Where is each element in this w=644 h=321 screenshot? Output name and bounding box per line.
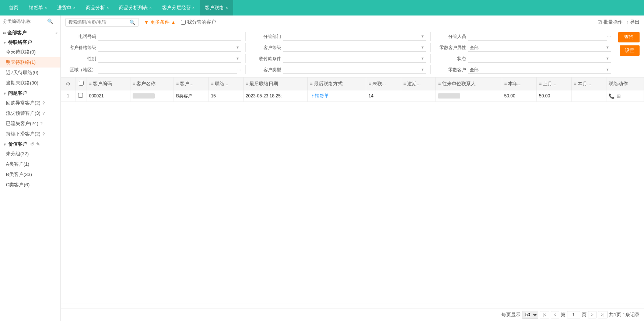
sidebar-already-lost[interactable]: 已流失客户(24) ? — [0, 118, 60, 129]
customer-level-select[interactable] — [283, 44, 426, 51]
first-page-btn[interactable]: |< — [540, 311, 549, 318]
nav-customer-contact[interactable]: 客户联络 × — [200, 0, 233, 15]
help-icon-continuous: ? — [42, 132, 45, 136]
nav-product-analysis[interactable]: 商品分析 × — [81, 0, 114, 15]
expand-icon-value[interactable]: ▼ — [3, 142, 7, 146]
sidebar-search-icon[interactable]: 🔍 — [47, 18, 53, 24]
sidebar-class-a[interactable]: A类客户(1) — [0, 159, 60, 169]
payment-label: 收付款条件 — [250, 56, 283, 62]
refresh-icon-value[interactable]: ↺ — [30, 142, 34, 147]
all-customers-label[interactable]: 全部客户 — [7, 30, 27, 36]
th-customer-type: ≡ 客户... — [174, 77, 208, 90]
nav-close-customer-tier[interactable]: × — [192, 6, 195, 10]
region-more-btn[interactable]: ··· — [237, 67, 241, 72]
last-contact-method-link[interactable]: 下销货单 — [310, 93, 329, 99]
payment-select[interactable] — [283, 55, 426, 62]
nav-close-sales-order[interactable]: × — [45, 6, 47, 10]
prev-page-btn[interactable]: < — [551, 311, 559, 318]
sidebar-class-c[interactable]: C类客户(6) — [0, 180, 60, 190]
customer-type-select-wrapper: ▼ — [283, 66, 426, 74]
retail-attr-select[interactable]: 全部 — [468, 44, 611, 51]
export-icon: ↑ — [626, 20, 629, 25]
status-select[interactable] — [468, 55, 611, 62]
page-unit: 页 — [582, 311, 587, 318]
sidebar-class-b[interactable]: B类客户(33) — [0, 169, 60, 180]
expand-icon[interactable]: ▼ — [3, 41, 7, 45]
th-contact-person: ≡ 往来单位联系人 — [436, 77, 502, 90]
batch-operation-btn[interactable]: ☑ 批量操作 — [598, 19, 623, 25]
horizontal-scrollbar[interactable] — [61, 304, 644, 308]
nav-close-product-analysis[interactable]: × — [106, 6, 109, 10]
nav-home[interactable]: 首页 — [4, 0, 24, 15]
td-contact-count: 15 — [209, 90, 243, 102]
region-field: 区域（地区） ··· — [65, 66, 241, 74]
action-qr-icon[interactable]: ⊞ — [617, 93, 621, 99]
next-page-btn[interactable]: > — [588, 311, 596, 318]
search-icon[interactable]: 🔍 — [129, 20, 135, 25]
th-last-month: ≡ 上月... — [537, 77, 571, 90]
nav-close-product-analysis-list[interactable]: × — [149, 6, 151, 10]
nav-sales-order[interactable]: 销货单 × — [24, 0, 52, 15]
nav-customer-tier[interactable]: 客户分层经营 × — [157, 0, 200, 15]
customer-type-field: 客户类型 ▼ — [250, 66, 426, 74]
phone-input[interactable] — [98, 33, 241, 41]
th-name: ≡ 客户名称 — [130, 77, 174, 90]
status-label: 状态 — [435, 56, 468, 62]
sidebar-lost-risk[interactable]: 流失预警客户(3) ? — [0, 108, 60, 118]
select-all-checkbox[interactable] — [79, 81, 84, 86]
per-page-label: 每页显示 — [501, 311, 521, 318]
region-input[interactable] — [98, 66, 237, 74]
dept-select[interactable] — [283, 33, 426, 40]
filter-action-buttons: 查询 设置 — [618, 32, 640, 74]
th-this-year: ≡ 本年... — [502, 77, 536, 90]
setting-button[interactable]: 设置 — [620, 45, 640, 56]
row-checkbox[interactable] — [78, 93, 83, 98]
dept-select-wrapper: ▼ — [283, 33, 426, 41]
sidebar-search-input[interactable] — [3, 19, 47, 24]
filter-row-3: 性别 ▼ 收付款条件 ▼ — [65, 54, 611, 63]
sidebar-week-contact[interactable]: 近7天待联络(0) — [0, 68, 60, 78]
retail-attr-label: 零散客户属性 — [435, 45, 468, 51]
filter-row-1: 电话号码 分管部门 ▼ 分管人员 — [65, 32, 611, 41]
th-last-contact-method: ≡ 最后联络方式 — [308, 77, 366, 90]
nav-close-purchase-order[interactable]: × — [73, 6, 75, 10]
query-button[interactable]: 查询 — [618, 32, 640, 42]
nav-close-customer-contact[interactable]: × — [225, 6, 228, 10]
manager-more-btn[interactable]: ··· — [607, 34, 611, 39]
nav-purchase-order[interactable]: 进货单 × — [52, 0, 80, 15]
manager-field: 分管人员 ··· — [435, 33, 611, 41]
collapse-arrow-icon[interactable]: « — [55, 31, 57, 35]
table-header-row: ⚙ ≡ 客户编码 ≡ 客户名称 ≡ 客户... ≡ 联络... ≡ 最后联络日期… — [61, 77, 644, 90]
sidebar-all-customers-section: ▪▪ 全部客户 « — [0, 27, 60, 37]
page-input[interactable] — [567, 311, 580, 318]
expand-icon-problem[interactable]: ▼ — [3, 92, 7, 96]
customer-type-select[interactable] — [283, 66, 426, 73]
filter-row-4: 区域（地区） ··· 客户类型 ▼ — [65, 65, 611, 74]
sidebar-repeat-abnormal[interactable]: 回购异常客户(2) ? — [0, 98, 60, 108]
retail-customer-select[interactable]: 全部 — [468, 66, 611, 73]
search-input[interactable] — [69, 20, 129, 25]
sidebar-continuous-down[interactable]: 持续下滑客户(2) ? — [0, 129, 60, 139]
last-page-btn[interactable]: >| — [598, 311, 608, 318]
manager-input[interactable] — [468, 33, 607, 41]
gender-select[interactable] — [98, 55, 241, 62]
edit-icon-value[interactable]: ✎ — [36, 142, 40, 147]
sidebar-tomorrow-contact[interactable]: 明天待联络(1) — [0, 57, 60, 68]
per-page-select[interactable]: 50 — [522, 311, 538, 319]
sidebar-unclassified[interactable]: 未分组(32) — [0, 149, 60, 159]
export-btn[interactable]: ↑ 导出 — [626, 19, 640, 25]
sidebar-today-contact[interactable]: 今天待联络(0) — [0, 47, 60, 57]
page-info: 每页显示 50 |< < 第 页 > >| 共1页 1条记录 — [501, 311, 640, 319]
td-checkbox — [76, 90, 87, 102]
retail-customer-label: 零散客户 — [435, 67, 468, 73]
dept-field: 分管部门 ▼ — [250, 33, 426, 41]
action-phone-icon[interactable]: 📞 — [609, 93, 615, 99]
my-customers-checkbox[interactable] — [181, 20, 186, 25]
sidebar-overdue-contact[interactable]: 逾期未联络(30) — [0, 78, 60, 88]
price-level-select[interactable] — [98, 44, 241, 51]
td-code: 000021 — [87, 90, 130, 102]
filter-bar: 🔍 ▼ 更多条件 ▲ 我分管的客户 ☑ 批量操作 ↑ 导出 — [61, 15, 644, 29]
nav-product-analysis-list[interactable]: 商品分析列表 × — [114, 0, 157, 15]
gear-icon[interactable]: ⚙ — [66, 81, 70, 87]
more-conditions-btn[interactable]: ▼ 更多条件 ▲ — [142, 18, 178, 27]
